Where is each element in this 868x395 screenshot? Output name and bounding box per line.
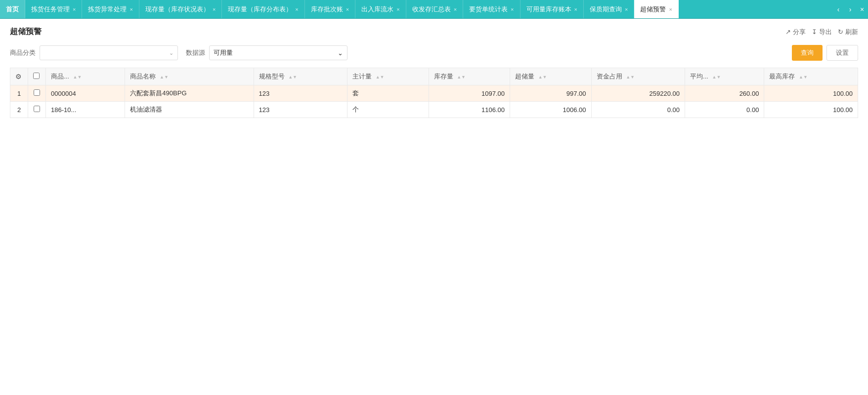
refresh-label: 刷新 [845, 28, 858, 37]
col-header-avg: 平均... ▲▼ [685, 68, 764, 85]
nav-item-stock-dist[interactable]: 现存量（库存分布表） × [222, 0, 304, 19]
nav-close-batch[interactable]: × [346, 6, 349, 12]
nav-close-overstock[interactable]: × [669, 6, 672, 12]
nav-close-collect[interactable]: × [454, 6, 457, 12]
row-avg-1: 0.00 [685, 102, 764, 118]
settings-button[interactable]: 设置 [826, 45, 858, 61]
nav-item-stock-status[interactable]: 现存量（库存状况表） × [139, 0, 222, 19]
nav-arrow-close[interactable]: × [856, 0, 868, 19]
sort-icon-product-name[interactable]: ▲▼ [160, 75, 169, 79]
nav-item-abnormal[interactable]: 拣货异常处理 × [82, 0, 139, 19]
nav-label-inout-flow: 出入库流水 [361, 5, 393, 14]
row-spec-1: 123 [254, 102, 347, 118]
row-unit-0: 套 [347, 85, 429, 102]
datasource-chevron-icon: ⌄ [338, 49, 343, 57]
category-select[interactable]: ⌄ [40, 45, 178, 60]
col-label-unit: 主计量 [352, 73, 372, 80]
row-select-1[interactable] [34, 106, 40, 112]
nav-item-overstock[interactable]: 超储预警 × [634, 0, 678, 19]
query-button[interactable]: 查询 [792, 45, 823, 61]
export-button[interactable]: ↧ 导出 [812, 28, 832, 37]
col-label-product-code: 商品... [51, 73, 69, 80]
nav-item-task-mgmt[interactable]: 拣货任务管理 × [25, 0, 82, 19]
row-capital-0: 259220.00 [591, 85, 685, 102]
sort-icon-product-code[interactable]: ▲▼ [73, 75, 82, 79]
nav-close-task-mgmt[interactable]: × [73, 6, 76, 12]
sort-icon-avg[interactable]: ▲▼ [712, 75, 721, 79]
table-row: 1 0000004 六配套新昌490BPG 123 套 1097.00 997.… [10, 85, 858, 102]
datasource-select[interactable]: 可用量 ⌄ [209, 45, 347, 60]
col-header-product-code: 商品... ▲▼ [46, 68, 125, 85]
row-stock-0: 1097.00 [429, 85, 510, 102]
col-label-max-stock: 最高库存 [769, 73, 795, 80]
col-label-avg: 平均... [690, 73, 708, 80]
nav-item-inout-flow[interactable]: 出入库流水 × [355, 0, 406, 19]
nav-close-order-stat[interactable]: × [511, 6, 514, 12]
datasource-filter: 数据源 可用量 ⌄ [186, 45, 347, 60]
filters-row: 商品分类 ⌄ 数据源 可用量 ⌄ 查询 设置 [10, 45, 858, 61]
table-row: 2 186-10... 机油滤清器 123 个 1106.00 1006.00 … [10, 102, 858, 118]
col-label-overstock: 超储量 [515, 73, 534, 80]
category-chevron-icon: ⌄ [169, 50, 174, 56]
sort-icon-unit[interactable]: ▲▼ [376, 75, 385, 79]
category-filter: 商品分类 ⌄ [10, 45, 178, 60]
row-product-code-0: 0000004 [46, 85, 125, 102]
row-spec-0: 123 [254, 85, 347, 102]
col-label-spec: 规格型号 [259, 73, 285, 80]
nav-close-inout-flow[interactable]: × [396, 6, 399, 12]
nav-label-quality: 保质期查询 [590, 5, 622, 14]
row-select-0[interactable] [34, 89, 40, 96]
row-max-stock-1: 100.00 [764, 102, 858, 118]
sort-icon-capital[interactable]: ▲▼ [626, 75, 635, 79]
sort-icon-overstock[interactable]: ▲▼ [538, 75, 547, 79]
nav-close-available[interactable]: × [574, 6, 577, 12]
nav-item-available[interactable]: 可用量库存账本 × [521, 0, 584, 19]
refresh-button[interactable]: ↻ 刷新 [838, 28, 858, 37]
col-label-capital: 资金占用 [597, 73, 622, 80]
col-header-unit: 主计量 ▲▼ [347, 68, 429, 85]
share-button[interactable]: ↗ 分享 [785, 28, 806, 37]
sort-icon-stock[interactable]: ▲▼ [457, 75, 466, 79]
select-all-checkbox[interactable] [33, 73, 40, 79]
row-unit-1: 个 [347, 102, 429, 118]
col-label-stock: 库存量 [434, 73, 453, 80]
sort-icon-spec[interactable]: ▲▼ [288, 75, 297, 79]
title-actions: ↗ 分享 ↧ 导出 ↻ 刷新 [785, 28, 858, 37]
row-product-name-0: 六配套新昌490BPG [125, 85, 254, 102]
share-icon: ↗ [785, 28, 791, 36]
col-header-capital: 资金占用 ▲▼ [591, 68, 685, 85]
export-label: 导出 [819, 28, 832, 37]
export-icon: ↧ [812, 28, 817, 36]
nav-item-home[interactable]: 首页 [0, 0, 25, 19]
nav-item-batch[interactable]: 库存批次账 × [305, 0, 355, 19]
nav-item-collect[interactable]: 收发存汇总表 × [406, 0, 463, 19]
nav-label-task-mgmt: 拣货任务管理 [31, 5, 70, 14]
row-product-name-1: 机油滤清器 [125, 102, 254, 118]
nav-label-overstock: 超储预警 [640, 5, 666, 14]
nav-label-abnormal: 拣货异常处理 [88, 5, 127, 14]
nav-close-quality[interactable]: × [625, 6, 628, 12]
col-header-settings: ⚙ [10, 68, 28, 85]
row-checkbox-1 [28, 102, 46, 118]
sort-icon-max-stock[interactable]: ▲▼ [799, 75, 808, 79]
page-title-bar: 超储预警 ↗ 分享 ↧ 导出 ↻ 刷新 [10, 27, 858, 37]
row-overstock-1: 1006.00 [510, 102, 592, 118]
nav-item-order-stat[interactable]: 要货单统计表 × [463, 0, 520, 19]
nav-close-stock-status[interactable]: × [213, 6, 216, 12]
top-navigation: 首页 拣货任务管理 × 拣货异常处理 × 现存量（库存状况表） × 现存量（库存… [0, 0, 868, 19]
nav-label-stock-dist: 现存量（库存分布表） [228, 5, 292, 14]
nav-arrow-left[interactable]: ‹ [832, 0, 844, 19]
row-avg-0: 260.00 [685, 85, 764, 102]
settings-gear-icon[interactable]: ⚙ [15, 73, 22, 80]
datasource-label: 数据源 [186, 48, 205, 57]
nav-close-stock-dist[interactable]: × [295, 6, 298, 12]
table-header-row: ⚙ 商品... ▲▼ 商品名称 ▲▼ 规格型号 ▲▼ 主计 [10, 68, 858, 85]
nav-arrow-right[interactable]: › [844, 0, 856, 19]
page-title: 超储预警 [10, 27, 42, 37]
nav-item-quality[interactable]: 保质期查询 × [584, 0, 634, 19]
nav-arrows: ‹ › × [832, 0, 868, 19]
share-label: 分享 [793, 28, 806, 37]
row-product-code-1: 186-10... [46, 102, 125, 118]
refresh-icon: ↻ [838, 28, 843, 36]
nav-close-abnormal[interactable]: × [130, 6, 132, 12]
